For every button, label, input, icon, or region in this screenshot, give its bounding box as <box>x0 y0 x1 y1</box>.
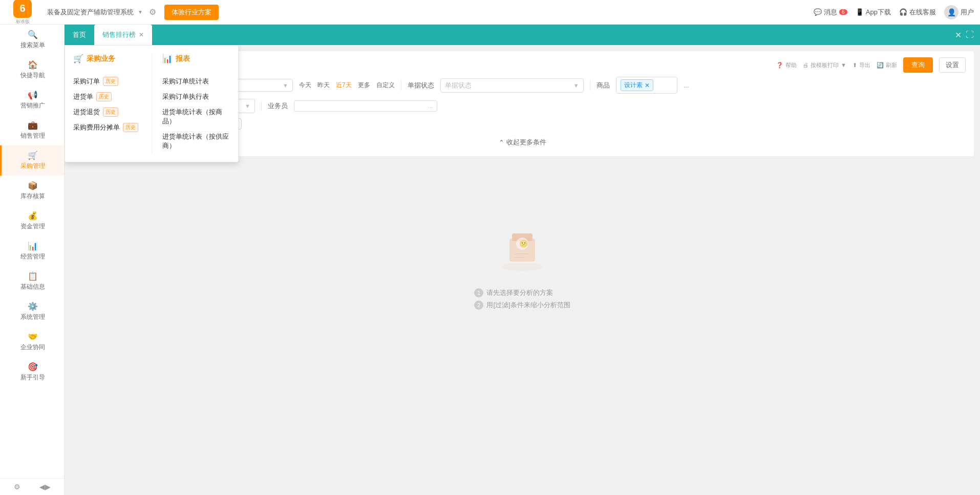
tab-close-all-icon[interactable]: ✕ <box>955 30 962 40</box>
sidebar-item-guide[interactable]: 🎯 新手引导 <box>0 357 64 387</box>
system-dropdown-arrow[interactable]: ▼ <box>138 9 143 15</box>
menu-item-purchase-expense[interactable]: 采购费用分摊单 历史 <box>73 120 141 135</box>
refresh-btn[interactable]: 🔄 刷新 <box>877 61 897 69</box>
refresh-label: 刷新 <box>886 61 897 69</box>
sidebar-label-purchase: 采购管理 <box>20 162 45 170</box>
empty-tip-1: 1 请先选择要分析的方案 <box>474 288 570 297</box>
sidebar-item-search[interactable]: 🔍 搜索菜单 <box>0 25 64 55</box>
sidebar-label-guide: 新手引导 <box>20 373 45 382</box>
goods-label: 商品 <box>596 81 610 90</box>
setting-btn[interactable]: 设置 <box>939 57 966 73</box>
app-label: App下载 <box>866 8 891 17</box>
sidebar-item-basic[interactable]: 📋 基础信息 <box>0 266 64 296</box>
collapse-up-icon: ⌃ <box>499 139 504 146</box>
app-download-btn[interactable]: 📱 App下载 <box>856 8 891 17</box>
help-btn[interactable]: ❓ 帮助 <box>776 61 797 69</box>
collapse-btn[interactable]: ⌃ 收起更多条件 <box>496 135 549 150</box>
export-btn[interactable]: ⬆ 导出 <box>853 61 870 69</box>
purchase-business-icon: 🛒 <box>73 54 83 63</box>
message-label: 消息 <box>824 8 837 17</box>
tab-expand-icon[interactable]: ⛶ <box>966 30 974 39</box>
filter-divider-2 <box>590 80 590 91</box>
menu-col-divider <box>152 54 152 154</box>
staff-dots: ... <box>428 103 433 109</box>
yesterday-btn[interactable]: 昨天 <box>317 81 330 90</box>
sidebar-label-finance: 资金管理 <box>20 222 45 231</box>
sidebar-item-home[interactable]: 🏠 快捷导航 <box>0 55 64 85</box>
user-btn[interactable]: 👤 用户 <box>944 5 974 19</box>
menu-col-report: 📊 报表 采购订单统计表 采购订单执行表 进货单统计表（按商品） 进货单统计表（… <box>162 54 230 154</box>
message-btn[interactable]: 💬 消息 6 <box>814 8 847 17</box>
menu-item-order-exec[interactable]: 采购订单执行表 <box>162 89 230 104</box>
sidebar-collapse-icon[interactable]: ◀▶ <box>39 483 51 491</box>
menu-item-receipt-stats-supplier[interactable]: 进货单统计表（按供应商） <box>162 129 230 154</box>
svg-text:😕: 😕 <box>519 240 528 248</box>
sidebar-item-purchase[interactable]: 🛒 采购管理 <box>0 145 64 176</box>
filter-divider-1 <box>401 80 401 91</box>
tab-sales-rank[interactable]: 销售排行榜 ✕ <box>94 25 152 45</box>
goods-dots[interactable]: ... <box>684 81 689 89</box>
print-btn[interactable]: 🖨 按模板打印 ▼ <box>803 61 846 69</box>
staff-filter[interactable]: ... <box>294 100 437 112</box>
sidebar-label-home: 快捷导航 <box>20 71 45 80</box>
cooperation-icon: 🤝 <box>28 332 38 341</box>
week7-btn[interactable]: 近7天 <box>336 81 352 90</box>
menu-item-purchase-receipt[interactable]: 进货单 历史 <box>73 89 141 104</box>
menu-item-purchase-return[interactable]: 进货退货 历史 <box>73 104 141 120</box>
export-label: 导出 <box>859 61 870 69</box>
sidebar-item-inventory[interactable]: 📦 库存核算 <box>0 176 64 206</box>
staff-label: 业务员 <box>268 101 288 111</box>
settings-icon[interactable]: ⚙ <box>149 7 156 17</box>
system-icon: ⚙️ <box>28 302 38 311</box>
menu-item-order-stats[interactable]: 采购订单统计表 <box>162 74 230 89</box>
print-icon: 🖨 <box>803 62 808 68</box>
sidebar-item-system[interactable]: ⚙️ 系统管理 <box>0 296 64 327</box>
help-icon: ❓ <box>776 62 783 69</box>
custom-date-btn[interactable]: 自定义 <box>376 81 395 90</box>
export-icon: ⬆ <box>853 62 857 69</box>
goods-tag-close[interactable]: ✕ <box>645 82 650 89</box>
sidebar-item-finance[interactable]: 💰 资金管理 <box>0 206 64 236</box>
sidebar-label-sales: 销售管理 <box>20 132 45 140</box>
query-btn[interactable]: 查询 <box>903 57 933 73</box>
tip-num-2: 2 <box>474 300 483 310</box>
purchase-dropdown-menu: 🛒 采购业务 采购订单 历史 进货单 历史 进货退货 历史 <box>65 45 239 162</box>
system-title: 装备及固定资产辅助管理系统 <box>47 8 134 17</box>
top-bar: 6 标准版 装备及固定资产辅助管理系统 ▼ ⚙ 体验行业方案 💬 消息 6 📱 … <box>0 0 980 25</box>
menu-item-purchase-order[interactable]: 采购订单 历史 <box>73 74 141 89</box>
print-label: 按模板打印 <box>811 61 839 69</box>
rank-dropdown-icon: ▼ <box>245 103 250 109</box>
tab-home[interactable]: 首页 <box>65 25 94 45</box>
help-label: 帮助 <box>785 61 797 69</box>
content-area: 首页 销售排行榜 ✕ ✕ ⛶ <box>65 25 980 495</box>
refresh-icon: 🔄 <box>877 62 884 69</box>
industry-btn[interactable]: 体验行业方案 <box>164 5 219 20</box>
filter-divider-3 <box>261 101 262 111</box>
sidebar-item-operation[interactable]: 📊 经营管理 <box>0 236 64 266</box>
operation-icon: 📊 <box>28 241 38 251</box>
tab-close-sales-rank[interactable]: ✕ <box>139 31 144 38</box>
tab-bar-actions: ✕ ⛶ <box>955 30 980 40</box>
sidebar-item-marketing[interactable]: 📢 营销推广 <box>0 85 64 115</box>
status-label: 单据状态 <box>408 81 434 90</box>
sidebar-bottom: ⚙ ◀▶ <box>0 478 64 495</box>
goods-filter[interactable]: 设计素 ✕ <box>616 77 677 94</box>
status-filter[interactable]: 单据状态 ▼ <box>440 78 584 93</box>
sidebar-label-inventory: 库存核算 <box>20 192 45 201</box>
sidebar-item-sales[interactable]: 💼 销售管理 <box>0 115 64 145</box>
report-icon: 📊 <box>162 54 173 63</box>
sidebar-label-operation: 经营管理 <box>20 252 45 261</box>
purchase-icon: 🛒 <box>28 150 38 160</box>
status-placeholder: 单据状态 <box>445 81 472 90</box>
main-area: 🔍 搜索菜单 🏠 快捷导航 📢 营销推广 💼 销售管理 🛒 采购管理 📦 <box>0 25 980 495</box>
today-btn[interactable]: 今天 <box>299 81 311 90</box>
sidebar-item-cooperation[interactable]: 🤝 企业协同 <box>0 327 64 357</box>
menu-col2-title: 📊 报表 <box>162 54 230 68</box>
tab-bar: 首页 销售排行榜 ✕ ✕ ⛶ <box>65 25 980 45</box>
more-date-btn[interactable]: 更多 <box>358 81 370 90</box>
service-btn[interactable]: 🎧 在线客服 <box>899 8 936 17</box>
tip-num-1: 1 <box>474 288 483 297</box>
menu-item-receipt-stats-goods[interactable]: 进货单统计表（按商品） <box>162 104 230 129</box>
goods-tag: 设计素 ✕ <box>621 79 653 91</box>
sidebar-settings-icon[interactable]: ⚙ <box>14 483 20 491</box>
